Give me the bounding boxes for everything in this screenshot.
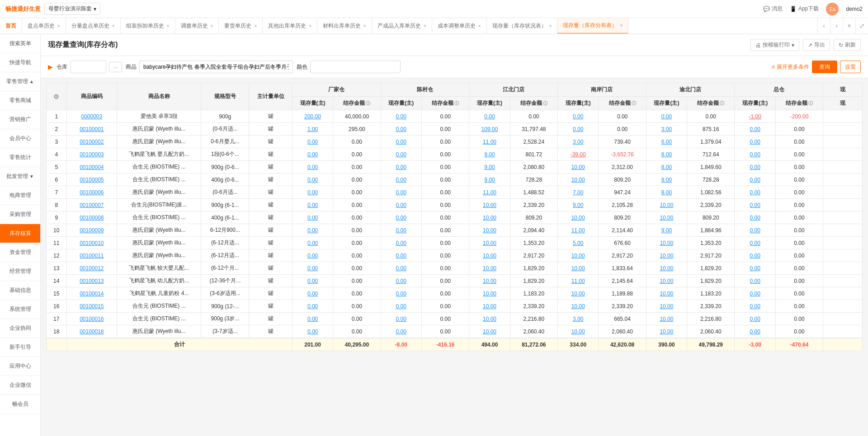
cell-8-11[interactable]: 10.00 xyxy=(558,211,599,224)
cell-15-12[interactable]: 2,339.20 xyxy=(599,300,646,313)
cell-17-11[interactable]: 10.00 xyxy=(558,325,599,338)
cell-1-8[interactable]: 0.00 xyxy=(421,123,469,136)
cell-13-11[interactable]: 11.00 xyxy=(558,275,599,287)
cell-4-5[interactable]: 0.00 xyxy=(292,161,333,173)
cell-14-16[interactable]: 0.00 xyxy=(775,287,823,300)
cell-8-13[interactable]: 10.00 xyxy=(646,211,687,224)
cell-5-14[interactable]: 728.28 xyxy=(687,173,735,186)
gear-icon[interactable]: ⚙ xyxy=(53,93,59,100)
cell-8-9[interactable]: 10.00 xyxy=(469,211,510,224)
cell-4-15[interactable]: 0.00 xyxy=(735,161,775,173)
cell-10-6[interactable]: 0.00 xyxy=(333,237,381,249)
cell-4-12[interactable]: 2,312.00 xyxy=(599,161,646,173)
cell-7-10[interactable]: 2,339.20 xyxy=(510,199,557,211)
sidebar-item-5[interactable]: 会员中心 xyxy=(0,129,40,148)
cell-13-5[interactable]: 0.00 xyxy=(292,275,333,287)
cell-7-14[interactable]: 2,339.20 xyxy=(687,199,735,211)
cell-16-11[interactable]: 3.00 xyxy=(558,313,599,325)
cell-13-12[interactable]: 2,145.64 xyxy=(599,275,646,287)
expand-conditions-btn[interactable]: ≡ 展开更多条件 xyxy=(772,63,809,71)
cell-12-9[interactable]: 10.00 xyxy=(469,262,510,275)
nav-tab-close-5[interactable]: × xyxy=(254,23,257,28)
cell-2-0[interactable]: 3 xyxy=(47,136,67,148)
cell-6-11[interactable]: 7.00 xyxy=(558,186,599,199)
nav-arrow-btn-3[interactable]: ⤢ xyxy=(855,18,868,34)
cell-16-17[interactable] xyxy=(823,313,863,325)
cell-9-17[interactable] xyxy=(823,224,863,237)
nav-tab-10[interactable]: 现存量（库存状况表）× xyxy=(487,18,558,34)
cell-3-12[interactable]: -3,652.76 xyxy=(599,148,646,161)
cell-12-17[interactable] xyxy=(823,262,863,275)
cell-13-9[interactable]: 10.00 xyxy=(469,275,510,287)
nav-tab-close-9[interactable]: × xyxy=(478,23,481,28)
cell-14-14[interactable]: 1,183.20 xyxy=(687,287,735,300)
cell-11-8[interactable]: 0.00 xyxy=(421,249,469,262)
cell-14-11[interactable]: 10.00 xyxy=(558,287,599,300)
sidebar-item-4[interactable]: 营销推广 xyxy=(0,110,40,129)
cell-8-10[interactable]: 809.20 xyxy=(510,211,557,224)
cell-7-15[interactable]: 0.00 xyxy=(735,199,775,211)
cell-1-5[interactable]: 1.00 xyxy=(292,123,333,136)
setting-btn[interactable]: 设置 xyxy=(840,61,861,73)
cell-15-17[interactable] xyxy=(823,300,863,313)
cell-3-15[interactable]: 0.00 xyxy=(735,148,775,161)
cell-10-10[interactable]: 1,353.20 xyxy=(510,237,557,249)
cell-5-10[interactable]: 728.28 xyxy=(510,173,557,186)
cell-8-8[interactable]: 0.00 xyxy=(421,211,469,224)
cell-17-7[interactable]: 0.00 xyxy=(381,325,421,338)
nav-tab-close-8[interactable]: × xyxy=(424,23,426,28)
cell-17-6[interactable]: 0.00 xyxy=(333,325,381,338)
cell-13-1[interactable]: 00100013 xyxy=(66,275,117,287)
cell-6-7[interactable]: 0.00 xyxy=(381,186,421,199)
cell-5-6[interactable]: 0.00 xyxy=(333,173,381,186)
cell-11-12[interactable]: 2,917.20 xyxy=(599,249,646,262)
cell-15-15[interactable]: 0.00 xyxy=(735,300,775,313)
cell-12-6[interactable]: 0.00 xyxy=(333,262,381,275)
cell-4-8[interactable]: 0.00 xyxy=(421,161,469,173)
cell-5-5[interactable]: 0.00 xyxy=(292,173,333,186)
cell-17-16[interactable]: 0.00 xyxy=(775,325,823,338)
cell-17-10[interactable]: 2,060.40 xyxy=(510,325,557,338)
nav-arrow-btn-1[interactable]: › xyxy=(830,18,843,34)
cell-7-9[interactable]: 10.00 xyxy=(469,199,510,211)
sidebar-item-7[interactable]: 批发管理 ▼ xyxy=(0,167,40,186)
cell-16-8[interactable]: 0.00 xyxy=(421,313,469,325)
cell-6-1[interactable]: 00100006 xyxy=(66,186,117,199)
cell-1-10[interactable]: 31,797.48 xyxy=(510,123,557,136)
cell-9-16[interactable]: 0.00 xyxy=(775,224,823,237)
cell-7-7[interactable]: 0.00 xyxy=(381,199,421,211)
cell-6-6[interactable]: 0.00 xyxy=(333,186,381,199)
cell-6-10[interactable]: 1,488.52 xyxy=(510,186,557,199)
nav-tab-7[interactable]: 材料出库单历史× xyxy=(317,18,372,34)
cell-6-14[interactable]: 1,082.56 xyxy=(687,186,735,199)
sidebar-item-13[interactable]: 基础信息 xyxy=(0,281,40,300)
cell-15-9[interactable]: 10.00 xyxy=(469,300,510,313)
cell-5-15[interactable]: 0.00 xyxy=(735,173,775,186)
cell-1-9[interactable]: 109.00 xyxy=(469,123,510,136)
cell-14-13[interactable]: 10.00 xyxy=(646,287,687,300)
nav-tab-0[interactable]: 首页 xyxy=(0,18,22,34)
nav-arrow-btn-2[interactable]: × xyxy=(843,18,855,34)
cell-13-13[interactable]: 10.00 xyxy=(646,275,687,287)
cell-4-1[interactable]: 00100004 xyxy=(66,161,117,173)
cell-16-16[interactable]: 0.00 xyxy=(775,313,823,325)
cell-8-5[interactable]: 0.00 xyxy=(292,211,333,224)
sidebar-item-18[interactable]: 企业微信 xyxy=(0,376,40,395)
cell-0-17[interactable] xyxy=(823,110,863,123)
cell-11-16[interactable]: 0.00 xyxy=(775,249,823,262)
cell-3-16[interactable]: 0.00 xyxy=(775,148,823,161)
cell-7-13[interactable]: 10.00 xyxy=(646,199,687,211)
cell-0-12[interactable]: 0.00 xyxy=(599,110,646,123)
cell-17-17[interactable] xyxy=(823,325,863,338)
cell-11-17[interactable] xyxy=(823,249,863,262)
search-collapse-icon[interactable]: ▶ xyxy=(48,63,53,70)
cell-10-12[interactable]: 676.60 xyxy=(599,237,646,249)
cell-6-13[interactable]: 8.00 xyxy=(646,186,687,199)
nav-tab-close-2[interactable]: × xyxy=(112,23,115,28)
cell-14-8[interactable]: 0.00 xyxy=(421,287,469,300)
cell-2-17[interactable] xyxy=(823,136,863,148)
cell-11-0[interactable]: 12 xyxy=(47,249,67,262)
cell-7-11[interactable]: 9.00 xyxy=(558,199,599,211)
cell-10-15[interactable]: 0.00 xyxy=(735,237,775,249)
cell-10-17[interactable] xyxy=(823,237,863,249)
